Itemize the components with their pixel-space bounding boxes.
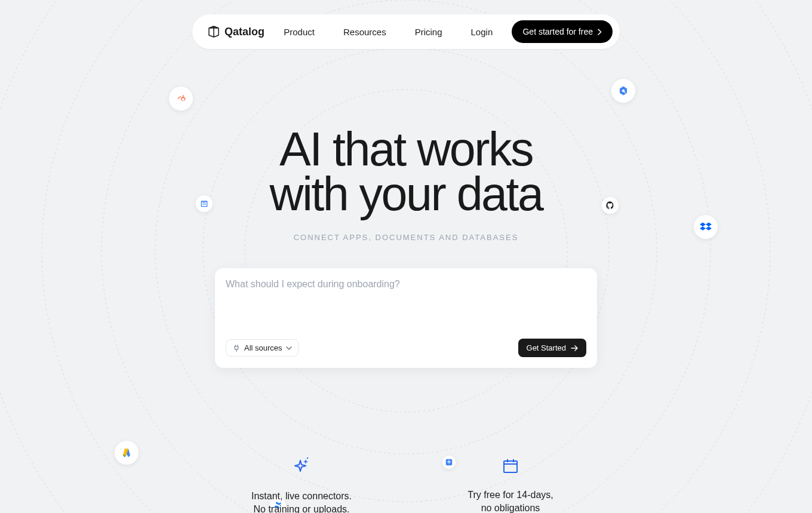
svg-point-14 (307, 457, 308, 459)
nav-links: Product Resources Pricing Login (284, 27, 493, 37)
hero: AI that works with your data CONNECT APP… (0, 127, 812, 242)
nav-link-login[interactable]: Login (471, 27, 493, 37)
logo[interactable]: Qatalog (207, 24, 264, 39)
svg-point-5 (0, 0, 812, 513)
logo-icon (207, 24, 221, 39)
chevron-right-icon (598, 29, 602, 35)
feature-text-2: Try free for 14-days, no obligations (445, 489, 576, 513)
features: Instant, live connectors. No training or… (0, 457, 812, 513)
svg-point-4 (42, 0, 770, 513)
main-nav: Qatalog Product Resources Pricing Login … (192, 14, 620, 49)
feature-connectors: Instant, live connectors. No training or… (236, 457, 367, 513)
logo-text: Qatalog (224, 26, 264, 38)
svg-point-1 (203, 48, 609, 454)
svg-rect-15 (504, 461, 517, 472)
search-box: All sources Get Started (215, 268, 597, 368)
svg-point-6 (0, 0, 812, 513)
sparkle-icon (236, 457, 367, 475)
bigquery-icon (611, 79, 635, 103)
nav-cta-label: Get started for free (522, 27, 593, 36)
svg-point-2 (155, 0, 657, 502)
nav-link-product[interactable]: Product (284, 27, 315, 37)
nav-link-resources[interactable]: Resources (343, 27, 386, 37)
svg-point-3 (102, 0, 710, 513)
get-started-free-button[interactable]: Get started for free (512, 20, 613, 43)
plug-icon (232, 344, 241, 352)
search-controls: All sources Get Started (226, 339, 586, 357)
background-circles (0, 0, 812, 513)
sources-dropdown[interactable]: All sources (226, 339, 299, 357)
search-input[interactable] (226, 279, 586, 333)
chevron-down-icon (286, 346, 292, 350)
hero-title-line2: with your data (270, 167, 543, 220)
feature-text-1: Instant, live connectors. No training or… (236, 490, 367, 513)
get-started-button[interactable]: Get Started (518, 339, 586, 357)
feature-trial: Try free for 14-days, no obligations (445, 457, 576, 513)
arrow-right-icon (571, 345, 578, 351)
calendar-icon (445, 457, 576, 474)
hero-title: AI that works with your data (0, 127, 812, 216)
hero-subtitle: CONNECT APPS, DOCUMENTS AND DATABASES (0, 233, 812, 242)
sources-label: All sources (244, 343, 282, 352)
nav-link-pricing[interactable]: Pricing (415, 27, 442, 37)
get-started-label: Get Started (527, 343, 566, 352)
hubspot-icon (169, 87, 193, 110)
